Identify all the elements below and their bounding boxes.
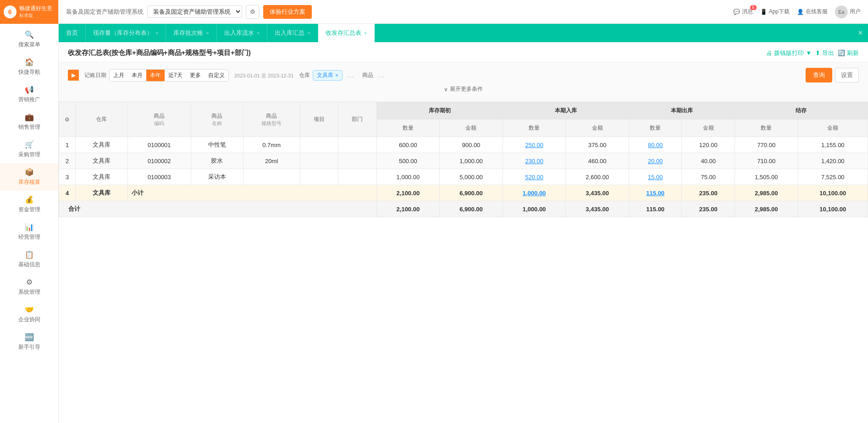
- message-icon: 💬: [733, 9, 740, 15]
- system-select[interactable]: 装备及固定资产辅助管理系统: [147, 5, 242, 18]
- sidebar-item-purchase[interactable]: 🛒 采购管理: [0, 136, 58, 163]
- settings-button[interactable]: 设置: [835, 68, 859, 82]
- date-btn-more[interactable]: 更多: [186, 70, 205, 81]
- topbar-left: 装备及固定资产辅助管理系统 装备及固定资产辅助管理系统 ⚙ 体验行业方案: [66, 5, 312, 19]
- filter-collapse-btn[interactable]: ▶: [68, 70, 79, 81]
- messages-btn[interactable]: 💬 消息 6: [733, 8, 753, 16]
- tab-stock-dist[interactable]: 现存量（库存分布表） ×: [86, 24, 166, 42]
- row-department: [338, 169, 376, 185]
- tab-stock-dist-close[interactable]: ×: [155, 30, 158, 36]
- row-warehouse: 文具库: [76, 137, 128, 153]
- tab-batch-account-close[interactable]: ×: [206, 30, 209, 36]
- row-opening-amt: 5,000.00: [440, 169, 503, 185]
- date-btn-last-month[interactable]: 上月: [110, 70, 128, 81]
- sidebar-item-quicknav[interactable]: 🏠 快捷导航: [0, 53, 58, 81]
- tab-inout-summary[interactable]: 出入库汇总 ×: [267, 24, 318, 42]
- tab-recv-send-close[interactable]: ×: [364, 30, 367, 36]
- goods-more[interactable]: ...: [376, 72, 387, 79]
- logo-text: 畅捷通好生意 标准版: [19, 5, 52, 19]
- row-in-qty[interactable]: 250.00: [503, 137, 566, 153]
- subtotal-warehouse: 文具库: [76, 185, 128, 201]
- trial-button[interactable]: 体验行业方案: [263, 5, 312, 19]
- warehouse-tag-text: 文具库: [317, 71, 333, 79]
- row-out-qty[interactable]: 15.00: [629, 169, 682, 185]
- date-btn-this-year[interactable]: 本年: [146, 70, 165, 81]
- th-goods-spec: 商品规格型号: [243, 102, 300, 137]
- date-btn-this-month[interactable]: 本月: [128, 70, 146, 81]
- subtotal-in-qty[interactable]: 1,000.00: [503, 185, 566, 201]
- row-out-qty[interactable]: 80.00: [629, 137, 682, 153]
- sidebar-item-inventory[interactable]: 📦 库存核算: [0, 163, 58, 191]
- sidebar-item-basic[interactable]: 📋 基础信息: [0, 246, 58, 273]
- avatar: Ea: [835, 5, 848, 18]
- tab-recv-send-label: 收发存汇总表: [326, 29, 361, 37]
- sidebar-item-corp[interactable]: 🤝 企业协同: [0, 301, 58, 328]
- app-download-btn[interactable]: 📱 App下载: [760, 8, 790, 16]
- warehouse-tag-remove[interactable]: ×: [335, 72, 338, 78]
- sidebar-item-operations[interactable]: 📊 经营管理: [0, 218, 58, 246]
- total-out-amt: 235.00: [682, 201, 735, 217]
- subtotal-out-qty[interactable]: 115.00: [629, 185, 682, 201]
- row-project: [300, 169, 338, 185]
- sidebar-item-basic-label: 基础信息: [18, 261, 40, 269]
- sidebar-item-sales[interactable]: 💼 销售管理: [0, 108, 58, 136]
- sidebar-item-inventory-label: 库存核算: [18, 178, 40, 186]
- basic-icon: 📋: [25, 250, 34, 259]
- chevron-down-icon: ▼: [806, 49, 812, 56]
- total-closing-amt: 10,100.00: [798, 201, 868, 217]
- row-out-qty[interactable]: 20.00: [629, 153, 682, 169]
- th-group-out: 本期出库: [629, 102, 735, 120]
- warehouse-label: 仓库: [299, 71, 310, 79]
- row-in-qty[interactable]: 230.00: [503, 153, 566, 169]
- row-closing-amt: 1,155.00: [798, 137, 868, 153]
- tab-inout-flow-close[interactable]: ×: [257, 30, 260, 36]
- sidebar-item-guide[interactable]: 🆕 新手引导: [0, 328, 58, 356]
- row-closing-qty: 710.00: [735, 153, 798, 169]
- total-closing-qty: 2,985.00: [735, 201, 798, 217]
- online-service-btn[interactable]: 👤 在线客服: [797, 8, 828, 16]
- refresh-button[interactable]: 🔄 刷新: [838, 49, 859, 57]
- sidebar-item-marketing-label: 营销推广: [18, 96, 40, 104]
- purchase-icon: 🛒: [25, 140, 34, 149]
- total-in-amt: 3,435.00: [566, 201, 629, 217]
- subtotal-closing-amt: 10,100.00: [798, 185, 868, 201]
- goods-filter-group: 商品 ...: [362, 71, 387, 79]
- settings-icon-btn[interactable]: ⚙: [246, 5, 260, 19]
- filter-section: ▶ 记账日期 上月 本月 本年 近7天 更多 自定义 2023-0: [59, 62, 868, 102]
- row-closing-amt: 1,420.00: [798, 153, 868, 169]
- export-button[interactable]: ⬆ 导出: [815, 49, 834, 57]
- filter-row: ▶ 记账日期 上月 本月 本年 近7天 更多 自定义 2023-0: [68, 68, 859, 82]
- date-btn-7days[interactable]: 近7天: [165, 70, 186, 81]
- tab-batch-account-label: 库存批次账: [173, 29, 203, 37]
- row-project: [300, 137, 338, 153]
- total-out-qty: 115.00: [629, 201, 682, 217]
- date-btn-custom[interactable]: 自定义: [205, 70, 228, 81]
- sidebar-item-marketing[interactable]: 📢 营销推广: [0, 81, 58, 108]
- tab-inout-flow[interactable]: 出入库流水 ×: [217, 24, 267, 42]
- print-icon: 🖨: [766, 49, 772, 56]
- total-label: 合计: [59, 201, 377, 217]
- tab-batch-account[interactable]: 库存批次账 ×: [166, 24, 216, 42]
- query-button[interactable]: 查询: [806, 68, 832, 82]
- main-content: 装备及固定资产辅助管理系统 装备及固定资产辅助管理系统 ⚙ 体验行业方案 💬 消…: [59, 0, 868, 423]
- print-button[interactable]: 🖨 拨钱版打印 ▼: [766, 49, 812, 57]
- tab-home[interactable]: 首页: [59, 24, 86, 42]
- expand-more-btn[interactable]: ∨ 展开更多条件: [444, 85, 483, 93]
- sidebar-item-search-label: 搜索菜单: [18, 41, 40, 49]
- row-warehouse: 文具库: [76, 169, 128, 185]
- subtotal-closing-qty: 2,985.00: [735, 185, 798, 201]
- table-settings-th[interactable]: ⚙: [59, 102, 76, 137]
- warehouse-more[interactable]: ...: [345, 72, 357, 79]
- row-in-qty[interactable]: 520.00: [503, 169, 566, 185]
- row-opening-qty: 600.00: [376, 137, 440, 153]
- sidebar-item-system[interactable]: ⚙ 系统管理: [0, 273, 58, 301]
- sidebar-item-finance[interactable]: 💰 资金管理: [0, 191, 58, 218]
- th-opening-qty: 数量: [376, 120, 440, 137]
- sidebar-item-search[interactable]: 🔍 搜索菜单: [0, 26, 58, 53]
- row-goods-name: 中性笔: [191, 137, 243, 153]
- finance-icon: 💰: [25, 195, 34, 204]
- tab-inout-summary-close[interactable]: ×: [307, 30, 310, 36]
- tab-bar-close[interactable]: ×: [853, 29, 868, 37]
- tab-recv-send-summary[interactable]: 收发存汇总表 ×: [318, 24, 375, 42]
- user-btn[interactable]: Ea 用户: [835, 5, 861, 18]
